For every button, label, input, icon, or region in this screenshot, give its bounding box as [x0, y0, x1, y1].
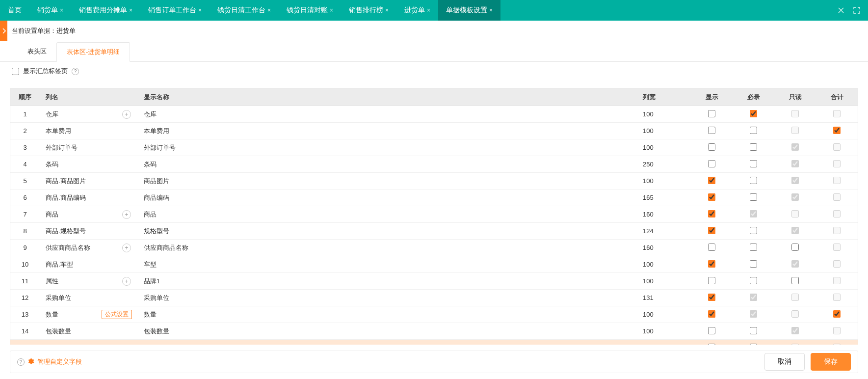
- show-checkbox[interactable]: [708, 193, 715, 201]
- table-row[interactable]: 2本单费用本单费用100: [10, 123, 858, 139]
- table-row[interactable]: 6商品.商品编码商品编码165: [10, 190, 858, 206]
- show-checkbox[interactable]: [708, 110, 715, 117]
- table-row[interactable]: 7商品+商品160: [10, 206, 858, 223]
- close-tab-icon[interactable]: ×: [60, 7, 63, 14]
- fullscreen-icon[interactable]: [852, 6, 861, 15]
- top-tab[interactable]: 钱货日清对账×: [279, 0, 341, 21]
- show-checkbox[interactable]: [708, 327, 715, 334]
- cell-width[interactable]: 250: [637, 161, 691, 168]
- top-tab[interactable]: 首页: [0, 0, 29, 21]
- cell-width[interactable]: 160: [637, 244, 691, 251]
- cell-width[interactable]: 100: [637, 311, 691, 318]
- top-tab[interactable]: 单据模板设置×: [438, 0, 500, 21]
- table-row[interactable]: 8商品.规格型号规格型号124: [10, 223, 858, 240]
- top-tab[interactable]: 销货单×: [29, 0, 71, 21]
- section-tab[interactable]: 表体区-进货单明细: [56, 42, 130, 62]
- required-checkbox[interactable]: [750, 327, 757, 334]
- top-tab[interactable]: 销售费用分摊单×: [71, 0, 140, 21]
- required-checkbox[interactable]: [750, 277, 757, 284]
- cell-display-name[interactable]: 外部订单号: [138, 143, 637, 152]
- show-checkbox[interactable]: [708, 177, 715, 184]
- table-row[interactable]: 14包装数量包装数量100: [10, 323, 858, 340]
- cell-display-name[interactable]: 商品: [138, 210, 637, 219]
- help-icon[interactable]: ?: [72, 68, 79, 75]
- cell-width[interactable]: 100: [637, 327, 691, 335]
- cell-display-name[interactable]: 规格型号: [138, 227, 637, 236]
- table-row[interactable]: 3外部订单号外部订单号100: [10, 139, 858, 156]
- close-tab-icon[interactable]: ×: [385, 7, 389, 14]
- top-tab[interactable]: 销售订单工作台×: [140, 0, 210, 21]
- required-checkbox[interactable]: [750, 260, 757, 268]
- table-row[interactable]: 1仓库+仓库100: [10, 106, 858, 123]
- close-tab-icon[interactable]: ×: [330, 7, 333, 14]
- cell-width[interactable]: 100: [637, 127, 691, 135]
- cell-width[interactable]: 131: [637, 294, 691, 301]
- cell-width[interactable]: 160: [637, 211, 691, 218]
- cell-display-name[interactable]: 数量: [138, 310, 637, 319]
- add-sub-column-icon[interactable]: +: [122, 110, 131, 119]
- show-checkbox[interactable]: [708, 227, 715, 234]
- cell-display-name[interactable]: 商品图片: [138, 177, 637, 186]
- add-sub-column-icon[interactable]: +: [122, 277, 131, 286]
- cell-width[interactable]: 124: [637, 227, 691, 235]
- cell-width[interactable]: 100: [637, 144, 691, 151]
- required-checkbox[interactable]: [750, 244, 757, 251]
- expand-sidebar-handle[interactable]: [0, 21, 7, 41]
- save-button[interactable]: 保存: [811, 353, 851, 371]
- table-body[interactable]: 1仓库+仓库1002本单费用本单费用1003外部订单号外部订单号1004条码条码…: [10, 106, 858, 345]
- cell-display-name[interactable]: 条码: [138, 160, 637, 169]
- table-row[interactable]: 5商品.商品图片商品图片100: [10, 173, 858, 190]
- cell-width[interactable]: 100: [637, 277, 691, 285]
- top-tab[interactable]: 钱货日清工作台×: [210, 0, 279, 21]
- table-row[interactable]: 11属性+品牌1100: [10, 273, 858, 290]
- close-tab-icon[interactable]: ×: [489, 7, 493, 14]
- cell-width[interactable]: 100: [637, 261, 691, 268]
- section-tab[interactable]: 表头区: [18, 42, 56, 61]
- top-tab[interactable]: 销售排行榜×: [341, 0, 396, 21]
- top-tab[interactable]: 进货单×: [396, 0, 438, 21]
- readonly-checkbox[interactable]: [791, 244, 799, 251]
- show-checkbox[interactable]: [708, 127, 715, 134]
- sum-checkbox[interactable]: [833, 127, 841, 134]
- table-row[interactable]: 10商品.车型车型100: [10, 256, 858, 273]
- cell-display-name[interactable]: 单位2: [138, 344, 637, 345]
- show-checkbox[interactable]: [708, 210, 715, 217]
- required-checkbox[interactable]: [750, 160, 757, 167]
- cell-width[interactable]: 100: [637, 177, 691, 185]
- show-checkbox[interactable]: [708, 294, 715, 301]
- sum-checkbox[interactable]: [833, 310, 841, 318]
- cell-width[interactable]: 100: [637, 110, 691, 118]
- show-checkbox[interactable]: [708, 260, 715, 268]
- cell-width[interactable]: 165: [637, 194, 691, 201]
- cell-display-name[interactable]: 本单费用: [138, 127, 637, 135]
- add-sub-column-icon[interactable]: +: [122, 244, 131, 252]
- cell-display-name[interactable]: 采购单位: [138, 294, 637, 302]
- table-row[interactable]: 12采购单位采购单位131: [10, 290, 858, 306]
- cancel-button[interactable]: 取消: [764, 353, 805, 371]
- formula-settings-button[interactable]: 公式设置: [102, 310, 132, 319]
- cell-display-name[interactable]: 商品编码: [138, 193, 637, 202]
- required-checkbox[interactable]: [750, 193, 757, 201]
- show-summary-checkbox[interactable]: [12, 68, 19, 75]
- cell-display-name[interactable]: 车型: [138, 260, 637, 269]
- close-tab-icon[interactable]: ×: [129, 7, 132, 14]
- show-checkbox[interactable]: [708, 277, 715, 284]
- cell-display-name[interactable]: 仓库: [138, 110, 637, 119]
- cell-width[interactable]: 100: [637, 344, 691, 345]
- close-tab-icon[interactable]: ×: [427, 7, 430, 14]
- close-tab-icon[interactable]: ×: [267, 7, 271, 14]
- table-row[interactable]: 13数量公式设置数量100: [10, 306, 858, 323]
- required-checkbox[interactable]: [750, 110, 757, 117]
- table-row[interactable]: 9供应商商品名称+供应商商品名称160: [10, 240, 858, 256]
- close-all-tabs-icon[interactable]: [837, 6, 845, 15]
- show-checkbox[interactable]: [708, 160, 715, 167]
- required-checkbox[interactable]: [750, 143, 757, 151]
- table-row[interactable]: 4条码条码250: [10, 156, 858, 173]
- required-checkbox[interactable]: [750, 344, 757, 345]
- help-icon[interactable]: ?: [17, 358, 25, 366]
- cell-display-name[interactable]: 供应商商品名称: [138, 244, 637, 252]
- close-tab-icon[interactable]: ×: [198, 7, 202, 14]
- show-checkbox[interactable]: [708, 344, 715, 345]
- table-row[interactable]: 15单位2单位2100: [10, 340, 858, 345]
- required-checkbox[interactable]: [750, 127, 757, 134]
